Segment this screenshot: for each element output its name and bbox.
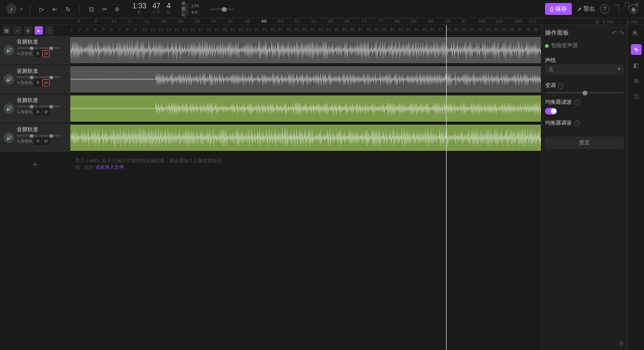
waveform-row[interactable] bbox=[70, 65, 541, 94]
info-icon[interactable]: i bbox=[558, 83, 564, 89]
track-header[interactable]: 5 🔊 音频轨道 ↳自动化 单 静 bbox=[0, 94, 70, 123]
app-menu-arrow[interactable]: ▾ bbox=[20, 7, 23, 12]
overview-marker[interactable]: 65 bbox=[328, 18, 333, 24]
automation-label[interactable]: ↳自动化 bbox=[17, 80, 33, 86]
loop-button[interactable]: ↻ bbox=[64, 5, 72, 13]
audio-clip[interactable] bbox=[70, 37, 541, 63]
overview-marker[interactable]: 77 bbox=[378, 18, 383, 24]
overview-marker[interactable]: 61 bbox=[311, 18, 317, 24]
skip-start-button[interactable]: ⇤ bbox=[51, 5, 59, 13]
save-button[interactable]: ⎙保存 bbox=[545, 3, 572, 15]
track-header[interactable]: 2 🔊 音频轨道 ↳自动化 单 静 bbox=[0, 36, 70, 65]
overview-marker[interactable]: 21 bbox=[144, 18, 150, 24]
automation-label[interactable]: ↳自动化 bbox=[17, 138, 33, 144]
overview-marker[interactable]: 33 bbox=[194, 18, 200, 24]
play-button[interactable]: ▷ bbox=[38, 5, 46, 13]
overview-marker[interactable]: 57 bbox=[295, 18, 300, 24]
voice-select[interactable]: 无▾ bbox=[545, 64, 624, 75]
track-name[interactable]: 音频轨道 bbox=[17, 97, 68, 104]
mute-button[interactable]: 静 bbox=[42, 50, 49, 57]
overview-marker[interactable]: 69 bbox=[345, 18, 350, 24]
audio-clip[interactable] bbox=[70, 125, 541, 151]
add-track-button[interactable]: + bbox=[0, 153, 70, 176]
overview-marker[interactable]: 89 bbox=[428, 18, 434, 24]
track-pan-slider[interactable] bbox=[39, 76, 61, 78]
overview-marker[interactable]: 73 bbox=[361, 18, 367, 24]
overview-marker[interactable]: 109 bbox=[514, 18, 522, 24]
overview-marker[interactable]: 37 bbox=[211, 18, 216, 24]
audio-clip[interactable] bbox=[70, 95, 541, 122]
mute-button[interactable]: 静 bbox=[42, 138, 49, 145]
rail-tool-1[interactable]: ⟐ bbox=[13, 26, 21, 35]
rail-tool-3[interactable]: ▸ bbox=[35, 26, 43, 35]
overview-marker[interactable]: 9 bbox=[94, 18, 97, 24]
undo-button[interactable]: ↶ bbox=[612, 30, 617, 36]
overview-marker[interactable]: 105 bbox=[495, 18, 503, 24]
overview-marker[interactable]: 101 bbox=[478, 18, 486, 24]
tool-select-button[interactable]: ⊡ bbox=[87, 5, 95, 13]
reset-button[interactable]: 重置 bbox=[545, 137, 624, 149]
overview-marker[interactable]: 41 bbox=[228, 18, 233, 24]
time-signature[interactable]: 4/4 bbox=[191, 10, 197, 15]
overview-marker[interactable]: 5 bbox=[78, 18, 80, 24]
overview-marker[interactable]: 53 bbox=[278, 18, 283, 24]
master-volume-slider[interactable] bbox=[210, 8, 234, 10]
overview-marker[interactable]: 13 bbox=[111, 18, 116, 24]
overview-marker[interactable]: 113 bbox=[528, 18, 536, 24]
track-header[interactable]: 3 🔊 音频轨道 ↳自动化 单 静 bbox=[0, 123, 70, 153]
track-name[interactable]: 音频轨道 bbox=[17, 126, 68, 134]
timeline-area[interactable]: 1234567891011121314151617181920212223242… bbox=[70, 25, 541, 350]
track-pan-slider[interactable] bbox=[39, 47, 61, 49]
track-name[interactable]: 音频轨道 bbox=[17, 67, 68, 75]
overview-marker[interactable]: 29 bbox=[178, 18, 183, 24]
export-button[interactable]: ↗导出 bbox=[577, 5, 595, 13]
overview-marker[interactable]: 25 bbox=[161, 18, 166, 24]
zoom-fit-icon[interactable]: ↔ bbox=[618, 19, 623, 24]
zoom-out-icon[interactable]: ⊟ bbox=[595, 19, 599, 24]
automation-label[interactable]: ↳自动化 bbox=[17, 51, 33, 57]
track-volume-slider[interactable] bbox=[17, 135, 38, 137]
playhead[interactable] bbox=[446, 25, 447, 350]
help-button[interactable]: ? bbox=[600, 4, 609, 14]
track-header[interactable]: 4 🔊 音频轨道 ↳自动化 单 静 bbox=[0, 65, 70, 94]
side-tool-3[interactable]: ⊞ bbox=[631, 75, 642, 86]
track-pan-slider[interactable] bbox=[39, 106, 61, 107]
minimize-button[interactable]: — bbox=[614, 1, 620, 8]
tool-split-button[interactable]: ⊪ bbox=[113, 5, 122, 13]
side-tool-1[interactable]: ✎ bbox=[631, 44, 642, 55]
expand-panel-icon[interactable]: ⇱ bbox=[630, 27, 640, 38]
mute-button[interactable]: 静 bbox=[42, 109, 49, 116]
import-file-link[interactable]: 点此导入文件 bbox=[95, 165, 124, 170]
overview-marker[interactable]: 97 bbox=[462, 18, 467, 24]
audio-clip[interactable] bbox=[70, 66, 541, 92]
maximize-button[interactable]: ☐ bbox=[624, 1, 630, 8]
overview-marker[interactable]: 85 bbox=[411, 18, 417, 24]
track-volume-slider[interactable] bbox=[17, 47, 38, 49]
overview-marker[interactable]: 17 bbox=[128, 18, 133, 24]
waveform-row[interactable] bbox=[70, 123, 541, 153]
overview-marker[interactable]: 49 bbox=[261, 18, 267, 24]
track-name[interactable]: 音频轨道 bbox=[17, 38, 68, 46]
overview-marker[interactable]: 93 bbox=[445, 18, 450, 24]
info-icon[interactable]: i bbox=[574, 100, 580, 106]
eq-filter-toggle[interactable] bbox=[545, 108, 557, 114]
rail-tool-2[interactable]: ◈ bbox=[24, 26, 32, 35]
track-volume-slider[interactable] bbox=[17, 106, 38, 107]
waveform-row[interactable] bbox=[70, 36, 541, 65]
pitch-slider[interactable] bbox=[545, 92, 624, 94]
rail-tool-0[interactable]: ▦ bbox=[2, 26, 11, 35]
side-tool-2[interactable]: ◧ bbox=[631, 60, 642, 70]
info-icon[interactable]: i bbox=[574, 120, 580, 126]
side-tool-4[interactable]: ⊡ bbox=[631, 91, 642, 101]
solo-button[interactable]: 单 bbox=[34, 138, 41, 145]
timeline-ruler[interactable]: 1234567891011121314151617181920212223242… bbox=[70, 25, 541, 36]
close-button[interactable]: ✕ bbox=[634, 1, 639, 8]
solo-button[interactable]: 单 bbox=[34, 50, 41, 57]
redo-button[interactable]: ↷ bbox=[619, 30, 624, 36]
app-logo[interactable]: ♪ bbox=[6, 4, 17, 14]
solo-button[interactable]: 单 bbox=[34, 79, 41, 86]
waveform-row[interactable] bbox=[70, 94, 541, 123]
overview-marker[interactable]: 81 bbox=[395, 18, 400, 24]
tool-cut-button[interactable]: ✂ bbox=[100, 5, 109, 13]
rail-tool-4[interactable]: ⋮ bbox=[45, 26, 54, 35]
